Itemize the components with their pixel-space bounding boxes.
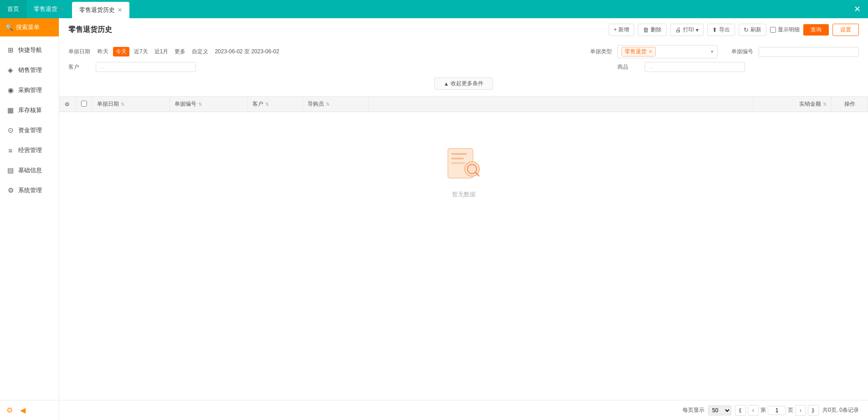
page-header: 零售退货历史 + 新增 🗑 删除 🖨 打印 ▾ ⬆ xyxy=(59,18,868,97)
col-spacer xyxy=(369,97,754,112)
sidebar-item-operations[interactable]: ≡ 经营管理 xyxy=(0,140,59,160)
empty-icon xyxy=(441,139,487,185)
customer-filter-input[interactable]: ... xyxy=(96,62,196,72)
sidebar-nav: ⊞ 快捷导航 ◈ 销售管理 ◉ 采购管理 ▦ 库存核算 ⊙ 资金管理 ≡ 经营管… xyxy=(0,36,59,400)
sidebar-item-system[interactable]: ⚙ 系统管理 xyxy=(0,180,59,200)
empty-text: 暂无数据 xyxy=(452,190,476,199)
type-filter-tag: 零售退货 ✕ xyxy=(621,47,656,56)
col-number[interactable]: 单据编号 ⇅ xyxy=(170,97,248,112)
page-label: 第 xyxy=(760,406,766,414)
date-range-display: 2023-06-02 至 2023-06-02 xyxy=(215,48,279,56)
col-date[interactable]: 单据日期 ⇅ xyxy=(92,97,170,112)
sidebar-item-quick-nav[interactable]: ⊞ 快捷导航 xyxy=(0,40,59,60)
goods-filter-input[interactable]: ... xyxy=(645,62,745,72)
sidebar-item-basic-info[interactable]: ▤ 基础信息 xyxy=(0,160,59,180)
print-button[interactable]: 🖨 打印 ▾ xyxy=(670,24,704,36)
display-switch: 显示明细 xyxy=(770,26,800,34)
filter-area: 单据日期 昨天 今天 近7天 近1月 更多 自定义 2023-06-02 至 2… xyxy=(68,41,859,96)
col-checkbox xyxy=(76,97,92,112)
per-page-select[interactable]: 20 50 100 xyxy=(708,405,731,415)
sidebar-item-finance[interactable]: ⊙ 资金管理 xyxy=(0,120,59,140)
operations-icon: ≡ xyxy=(6,146,15,154)
select-all-checkbox[interactable] xyxy=(81,101,87,107)
prev-page-btn[interactable]: ‹ xyxy=(748,405,759,416)
filter-row-customer: 客户 ... 商品 ... xyxy=(68,62,859,72)
inventory-icon: ▦ xyxy=(6,106,15,114)
customer-filter-label: 客户 xyxy=(68,63,96,71)
date-opt-custom[interactable]: 自定义 xyxy=(190,47,210,56)
col-guide[interactable]: 导购员 ⇅ xyxy=(303,97,369,112)
number-filter-input[interactable] xyxy=(759,47,859,57)
next-page-btn[interactable]: › xyxy=(795,405,806,416)
tab-retail-return-history-close[interactable]: ✕ xyxy=(118,7,122,13)
type-tag-close[interactable]: ✕ xyxy=(648,49,652,55)
display-detail-checkbox[interactable] xyxy=(770,27,776,33)
sidebar: 🔍 搜索菜单 ⊞ 快捷导航 ◈ 销售管理 ◉ 采购管理 ▦ 库存核算 ⊙ 资金管 xyxy=(0,18,59,420)
collapse-button[interactable]: ▲ 收起更多条件 xyxy=(434,77,493,90)
date-opt-7days[interactable]: 近7天 xyxy=(132,47,150,56)
settings-bottom-icon[interactable]: ⚙ xyxy=(6,406,13,415)
first-page-btn[interactable]: ⟪ xyxy=(735,405,746,416)
tab-retail-return[interactable]: 零售退货 ✕ xyxy=(26,0,72,18)
window-close-btn[interactable]: ✕ xyxy=(854,4,861,14)
table-header-row: ⚙ 单据日期 ⇅ xyxy=(59,97,868,112)
purchase-mgmt-icon: ◉ xyxy=(6,86,15,94)
type-filter-select[interactable]: 零售退货 ✕ ▾ xyxy=(617,45,718,58)
delete-icon: 🗑 xyxy=(643,26,649,33)
number-sort-icon: ⇅ xyxy=(198,102,202,107)
toolbar: + 新增 🗑 删除 🖨 打印 ▾ ⬆ 导出 xyxy=(609,24,859,36)
col-settings[interactable]: ⚙ xyxy=(59,97,76,112)
tab-retail-return-close[interactable]: ✕ xyxy=(60,6,65,12)
export-button[interactable]: ⬆ 导出 xyxy=(707,24,735,36)
type-select-arrow: ▾ xyxy=(711,49,714,55)
delete-button[interactable]: 🗑 删除 xyxy=(638,24,667,36)
print-dropdown-icon: ▾ xyxy=(696,27,699,33)
tab-retail-return-history[interactable]: 零售退货历史 ✕ xyxy=(72,2,129,18)
sidebar-item-inventory[interactable]: ▦ 库存核算 xyxy=(0,100,59,120)
finance-icon: ⊙ xyxy=(6,126,15,134)
col-action: 操作 xyxy=(832,97,868,112)
sidebar-item-sales-mgmt[interactable]: ◈ 销售管理 xyxy=(0,60,59,80)
basic-info-icon: ▤ xyxy=(6,166,15,174)
setting-button[interactable]: 设置 xyxy=(832,24,859,36)
per-page-label: 每页显示 xyxy=(683,406,704,414)
page-title-row: 零售退货历史 + 新增 🗑 删除 🖨 打印 ▾ ⬆ xyxy=(68,24,859,36)
last-page-btn[interactable]: ⟫ xyxy=(808,405,819,416)
customer-sort-icon: ⇅ xyxy=(265,102,269,107)
collapse-sidebar-icon[interactable]: ◀ xyxy=(20,406,26,415)
query-button[interactable]: 查询 xyxy=(803,24,829,36)
date-filter-label: 单据日期 xyxy=(68,48,96,56)
sales-mgmt-icon: ◈ xyxy=(6,66,15,74)
tab-home[interactable]: 首页 xyxy=(0,0,26,18)
table-area: ⚙ 单据日期 ⇅ xyxy=(59,97,868,420)
quick-nav-icon: ⊞ xyxy=(6,46,15,54)
total-records: 共0页, 0条记录 xyxy=(822,406,859,414)
collapse-row: ▲ 收起更多条件 xyxy=(68,76,859,93)
filter-row-date: 单据日期 昨天 今天 近7天 近1月 更多 自定义 2023-06-02 至 2… xyxy=(68,45,859,58)
pagination: 每页显示 20 50 100 ⟪ ‹ 第 页 › ⟫ 共0页, 0条记录 xyxy=(59,400,868,420)
guide-sort-icon: ⇅ xyxy=(326,102,329,107)
date-opt-1month[interactable]: 近1月 xyxy=(153,47,170,56)
sidebar-item-purchase-mgmt[interactable]: ◉ 采购管理 xyxy=(0,80,59,100)
display-detail-label[interactable]: 显示明细 xyxy=(778,26,800,34)
amount-sort-icon: ⇅ xyxy=(823,102,827,107)
top-bar: 首页 零售退货 ✕ 零售退货历史 ✕ ✕ xyxy=(0,0,868,18)
print-icon: 🖨 xyxy=(675,26,681,33)
refresh-button[interactable]: ↻ 刷新 xyxy=(739,24,766,36)
col-customer[interactable]: 客户 ⇅ xyxy=(248,97,303,112)
date-opt-more[interactable]: 更多 xyxy=(173,47,187,56)
date-opt-yesterday[interactable]: 昨天 xyxy=(96,47,110,56)
type-filter-label: 单据类型 xyxy=(590,48,617,56)
number-filter-label: 单据编号 xyxy=(731,48,759,56)
col-amount[interactable]: 实销金额 ⇅ xyxy=(754,97,832,112)
sidebar-bottom: ⚙ ◀ xyxy=(0,400,59,420)
date-opt-today[interactable]: 今天 xyxy=(113,47,129,56)
export-icon: ⬆ xyxy=(712,26,717,33)
svg-rect-3 xyxy=(451,162,466,164)
date-sort-icon: ⇅ xyxy=(121,102,124,107)
new-button[interactable]: + 新增 xyxy=(609,24,634,36)
page-number-input[interactable] xyxy=(768,406,786,415)
empty-state: 暂无数据 xyxy=(59,112,868,226)
sidebar-search[interactable]: 🔍 搜索菜单 xyxy=(0,18,59,36)
page-title: 零售退货历史 xyxy=(68,25,112,35)
